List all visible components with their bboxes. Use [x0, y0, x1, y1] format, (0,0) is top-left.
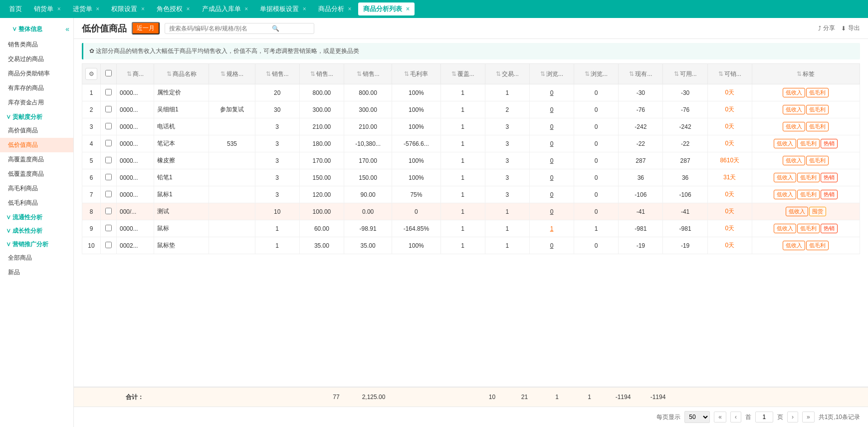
th-code[interactable]: ⇅商...	[117, 64, 154, 84]
row-checkbox[interactable]	[105, 123, 112, 129]
sidebar-group-overview[interactable]: ∨ 整体信息	[6, 22, 48, 35]
th-browse1[interactable]: ⇅浏览...	[529, 64, 574, 84]
browse-link[interactable]: 0	[550, 123, 554, 130]
cell-checkbox[interactable]	[101, 220, 117, 237]
prev-page-btn[interactable]: ‹	[730, 412, 741, 423]
cell-checkbox[interactable]	[101, 84, 117, 101]
sidebar-item-new-goods[interactable]: 新品	[0, 265, 73, 280]
sidebar-item-high-value[interactable]: 高价值商品	[0, 123, 73, 138]
nav-home[interactable]: 首页	[4, 2, 27, 15]
cell-checkbox[interactable]	[101, 237, 117, 254]
browse-link[interactable]: 0	[550, 140, 554, 147]
export-btn[interactable]: ⬇ 导出	[841, 24, 860, 32]
share-btn[interactable]: ⤴ 分享	[818, 24, 835, 32]
next-page-btn[interactable]: ›	[787, 412, 798, 423]
row-checkbox[interactable]	[105, 174, 112, 180]
browse-link[interactable]: 0	[550, 89, 554, 96]
th-sales-amt1[interactable]: ⇅销售...	[299, 64, 344, 84]
browse-link[interactable]: 0	[550, 174, 554, 181]
cell-checkbox[interactable]	[101, 169, 117, 186]
filter-tag-btn[interactable]: 近一月	[132, 22, 160, 34]
browse-link[interactable]: 0	[550, 157, 554, 164]
th-name[interactable]: ⇅商品名称	[154, 64, 209, 84]
row-checkbox[interactable]	[105, 89, 112, 95]
nav-products-in[interactable]: 产成品入库单 ×	[197, 2, 253, 15]
browse-link[interactable]: 0	[550, 191, 554, 198]
sidebar-item-sales-goods[interactable]: 销售类商品	[0, 37, 73, 52]
row-checkbox[interactable]	[105, 208, 112, 214]
page-jump-label: 首	[745, 413, 751, 422]
sidebar-group-growth[interactable]: ∨ 成长性分析	[0, 224, 73, 237]
row-checkbox[interactable]	[105, 191, 112, 197]
browse-link[interactable]: 0	[550, 242, 554, 249]
sidebar-group-contribution[interactable]: ∨ 贡献度分析	[0, 110, 73, 123]
page-number-input[interactable]	[755, 412, 773, 423]
nav-sales[interactable]: 销货单 ×	[29, 2, 66, 15]
cell-browse1[interactable]: 0	[529, 101, 574, 118]
th-coverage[interactable]: ⇅覆盖...	[440, 64, 485, 84]
th-settings[interactable]: ⚙	[82, 64, 101, 84]
nav-permissions[interactable]: 权限设置 ×	[106, 2, 150, 15]
select-all-checkbox[interactable]	[105, 70, 112, 76]
row-checkbox[interactable]	[105, 157, 112, 163]
th-trade[interactable]: ⇅交易...	[485, 64, 529, 84]
cell-checkbox[interactable]	[101, 186, 117, 203]
sidebar-item-low-value[interactable]: 低价值商品	[0, 138, 73, 152]
cell-browse1[interactable]: 0	[529, 203, 574, 220]
sidebar-item-all-goods[interactable]: 全部商品	[0, 251, 73, 265]
sidebar-item-stock-capital[interactable]: 库存资金占用	[0, 95, 73, 110]
browse-link[interactable]: 1	[550, 225, 554, 232]
browse-link[interactable]: 0	[550, 208, 554, 215]
sidebar-collapse-btn[interactable]: «	[63, 24, 71, 34]
cell-checkbox[interactable]	[101, 203, 117, 220]
th-margin[interactable]: ⇅毛利率	[392, 64, 440, 84]
cell-browse1[interactable]: 0	[529, 186, 574, 203]
sidebar-group-marketing[interactable]: ∨ 营销推广分析	[0, 237, 73, 251]
th-tags[interactable]: ⇅标签	[752, 64, 860, 84]
cell-checkbox[interactable]	[101, 135, 117, 152]
cell-browse1[interactable]: 0	[529, 84, 574, 101]
settings-icon[interactable]: ⚙	[85, 68, 97, 80]
cell-checkbox[interactable]	[101, 118, 117, 135]
th-saleable[interactable]: ⇅可销...	[707, 64, 752, 84]
sidebar-item-stock-goods[interactable]: 有库存的商品	[0, 81, 73, 95]
cell-browse1[interactable]: 1	[529, 220, 574, 237]
sidebar-item-category-rate[interactable]: 商品分类助销率	[0, 66, 73, 81]
sidebar-item-low-margin[interactable]: 低毛利商品	[0, 196, 73, 210]
page-size-select[interactable]: 50 100 200	[684, 411, 710, 423]
th-checkbox[interactable]	[101, 64, 117, 84]
sidebar-item-traded-goods[interactable]: 交易过的商品	[0, 52, 73, 66]
sidebar-item-low-coverage[interactable]: 低覆盖度商品	[0, 167, 73, 181]
th-stock[interactable]: ⇅现有...	[619, 64, 663, 84]
row-checkbox[interactable]	[105, 225, 112, 231]
nav-analysis[interactable]: 商品分析 ×	[313, 2, 357, 15]
th-browse2[interactable]: ⇅浏览...	[574, 64, 619, 84]
cell-browse1[interactable]: 0	[529, 169, 574, 186]
row-checkbox[interactable]	[105, 106, 112, 112]
cell-browse1[interactable]: 0	[529, 135, 574, 152]
search-icon[interactable]: 🔍	[272, 25, 279, 32]
search-input[interactable]	[169, 25, 269, 32]
nav-roles[interactable]: 角色授权 ×	[152, 2, 195, 15]
th-avail[interactable]: ⇅可用...	[663, 64, 707, 84]
cell-checkbox[interactable]	[101, 101, 117, 118]
sidebar-item-high-coverage[interactable]: 高覆盖度商品	[0, 152, 73, 167]
sidebar-group-flow[interactable]: ∨ 流通性分析	[0, 210, 73, 224]
cell-checkbox[interactable]	[101, 152, 117, 169]
cell-code: 0002...	[117, 237, 154, 254]
last-page-btn[interactable]: »	[802, 412, 815, 423]
sidebar-item-high-margin[interactable]: 高毛利商品	[0, 181, 73, 196]
nav-analysis-list[interactable]: 商品分析列表 ×	[358, 2, 415, 15]
first-page-btn[interactable]: «	[714, 412, 726, 423]
cell-browse1[interactable]: 0	[529, 152, 574, 169]
th-qty[interactable]: ⇅销售...	[255, 64, 299, 84]
cell-browse1[interactable]: 0	[529, 237, 574, 254]
cell-browse1[interactable]: 0	[529, 118, 574, 135]
browse-link[interactable]: 0	[550, 106, 554, 113]
row-checkbox[interactable]	[105, 242, 112, 248]
nav-purchase[interactable]: 进货单 ×	[68, 2, 105, 15]
th-spec[interactable]: ⇅规格...	[209, 64, 255, 84]
row-checkbox[interactable]	[105, 140, 112, 146]
nav-templates[interactable]: 单据模板设置 ×	[255, 2, 311, 15]
th-sales-amt2[interactable]: ⇅销售...	[344, 64, 392, 84]
